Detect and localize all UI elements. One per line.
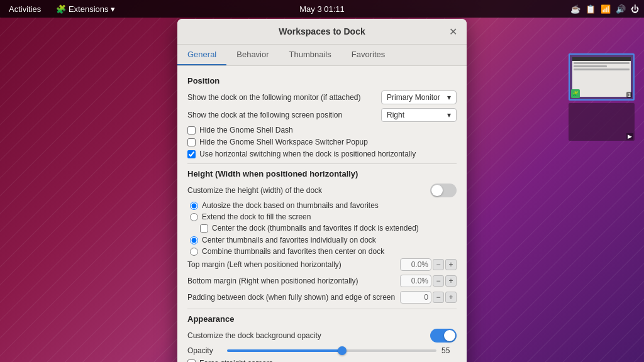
hide-switcher-row: Hide the Gnome Shell Workspace Switcher …	[187, 138, 457, 146]
tab-behavior[interactable]: Behavior	[226, 45, 279, 65]
opacity-customize-label: Customize the dock background opacity	[187, 331, 430, 340]
tab-favorites[interactable]: Favorites	[341, 45, 395, 65]
opacity-value: 55	[441, 346, 457, 355]
monitor-label: Show the dock on the following monitor (…	[187, 93, 381, 102]
center-individual-label: Center thumbnails and favorites individu…	[202, 236, 376, 244]
bottom-margin-input[interactable]	[400, 275, 431, 287]
horizontal-switching-row: Use horizontal switching when the dock i…	[187, 150, 457, 158]
top-margin-decrease[interactable]: −	[433, 259, 444, 270]
horizontal-switching-label: Use horizontal switching when the dock i…	[199, 150, 416, 158]
chevron-down-icon: ▾	[447, 93, 451, 102]
workspace-thumbnail: 🧩 1	[569, 53, 635, 101]
force-corners-checkbox[interactable]	[187, 359, 196, 363]
preview-line	[574, 62, 630, 64]
padding-input[interactable]	[400, 291, 431, 304]
screen-position-dropdown[interactable]: Right ▾	[381, 108, 457, 122]
volume-icon: 🔊	[616, 4, 626, 14]
chevron-down-icon: ▾	[447, 111, 451, 119]
horizontal-switching-checkbox[interactable]	[187, 150, 196, 158]
bottom-margin-increase[interactable]: +	[445, 275, 457, 287]
opacity-toggle[interactable]	[430, 329, 457, 343]
autosize-radio[interactable]	[190, 202, 198, 210]
bottom-margin-row: Bottom margin (Right when positioned hor…	[187, 275, 457, 287]
appearance-section-title: Appearance	[187, 314, 457, 324]
combine-row: Combine thumbnails and favorites then ce…	[190, 247, 457, 256]
center-dock-checkbox[interactable]	[200, 224, 208, 233]
extend-radio[interactable]	[190, 213, 198, 221]
preview-number: 1	[626, 92, 632, 98]
power-icon: ⏻	[631, 4, 639, 14]
bottom-margin-label: Bottom margin (Right when positioned hor…	[187, 277, 400, 285]
preview-line	[574, 69, 630, 70]
center-individual-radio[interactable]	[190, 236, 198, 244]
tab-bar: General Behavior Thumbnails Favorites	[177, 45, 467, 66]
dialog: Workspaces to Dock ✕ General Behavior Th…	[177, 19, 467, 362]
padding-label: Padding between dock (when fully shown) …	[187, 293, 400, 302]
height-section-title: Height (Width when positioned horizontal…	[187, 169, 457, 178]
chevron-down-icon: ▾	[111, 4, 115, 14]
extend-label: Extend the dock to fill the screen	[202, 212, 311, 221]
topbar-clock: May 3 01:11	[299, 4, 345, 14]
preview-second: ▶	[569, 103, 635, 141]
divider-2	[187, 309, 457, 309]
hide-dash-checkbox[interactable]	[187, 126, 196, 134]
divider-1	[187, 163, 457, 164]
bottom-margin-decrease[interactable]: −	[433, 275, 444, 287]
combine-label: Combine thumbnails and favorites then ce…	[202, 247, 384, 256]
padding-spinbox: − +	[400, 291, 457, 304]
combine-radio[interactable]	[190, 248, 198, 256]
hide-switcher-checkbox[interactable]	[187, 138, 196, 146]
top-margin-row: Top margin (Left when positioned horizon…	[187, 258, 457, 271]
opacity-slider-label: Opacity	[187, 346, 222, 355]
opacity-slider-row: Opacity 55	[187, 346, 457, 355]
puzzle-icon: 🧩	[56, 4, 66, 14]
extend-row: Extend the dock to fill the screen	[190, 212, 457, 221]
topbar-right: ☕ 📋 📶 🔊 ⏻	[570, 4, 639, 14]
topbar-left: Activities 🧩 Extensions ▾	[5, 3, 119, 15]
monitor-row: Show the dock on the following monitor (…	[187, 90, 457, 104]
opacity-slider-thumb	[338, 346, 347, 355]
topbar: Activities 🧩 Extensions ▾ May 3 01:11 ☕ …	[0, 0, 644, 18]
position-section-title: Position	[187, 76, 457, 85]
hide-dash-label: Hide the Gnome Shell Dash	[199, 126, 293, 134]
workspace-preview-panel: 🧩 1 ▶	[569, 53, 644, 141]
top-margin-label: Top margin (Left when positioned horizon…	[187, 260, 400, 269]
top-margin-input[interactable]	[400, 258, 431, 271]
screen-position-row: Show the dock at the following screen po…	[187, 108, 457, 122]
padding-increase[interactable]: +	[445, 292, 457, 303]
dialog-title: Workspaces to Dock	[197, 26, 447, 36]
wifi-icon: 📶	[601, 4, 611, 14]
height-toggle[interactable]	[430, 184, 457, 197]
preview-content	[572, 61, 631, 73]
preview-second-label: ▶	[626, 133, 633, 140]
screen-position-label: Show the dock at the following screen po…	[187, 111, 381, 119]
autosize-row: Autosize the dock based on thumbnails an…	[190, 201, 457, 210]
center-dock-label: Center the dock (thumbnails and favorite…	[212, 224, 419, 233]
opacity-customize-row: Customize the dock background opacity	[187, 329, 457, 343]
opacity-slider[interactable]	[227, 349, 436, 352]
center-dock-row: Center the dock (thumbnails and favorite…	[200, 224, 457, 233]
top-margin-spinbox: − +	[400, 258, 457, 271]
force-corners-row: Force straight corners	[187, 359, 457, 362]
center-individual-row: Center thumbnails and favorites individu…	[190, 236, 457, 244]
close-button[interactable]: ✕	[447, 25, 459, 38]
bottom-margin-spinbox: − +	[400, 275, 457, 287]
activities-button[interactable]: Activities	[5, 3, 45, 15]
force-corners-label: Force straight corners	[199, 359, 273, 362]
tab-thumbnails[interactable]: Thumbnails	[279, 45, 341, 65]
tab-general[interactable]: General	[177, 45, 226, 65]
extensions-menu[interactable]: 🧩 Extensions ▾	[52, 3, 119, 15]
padding-decrease[interactable]: −	[433, 292, 444, 303]
preview-inner	[572, 57, 631, 97]
preview-line	[574, 65, 607, 67]
padding-row: Padding between dock (when fully shown) …	[187, 291, 457, 304]
height-label: Customize the height (width) of the dock	[187, 186, 430, 195]
preview-badge: 🧩	[571, 89, 580, 98]
autosize-label: Autosize the dock based on thumbnails an…	[202, 201, 379, 210]
height-customize-row: Customize the height (width) of the dock	[187, 184, 457, 197]
coffee-icon: ☕	[570, 4, 580, 14]
monitor-dropdown[interactable]: Primary Monitor ▾	[381, 90, 457, 104]
dialog-content: Position Show the dock on the following …	[177, 66, 467, 362]
top-margin-increase[interactable]: +	[445, 259, 457, 270]
hide-dash-row: Hide the Gnome Shell Dash	[187, 126, 457, 134]
